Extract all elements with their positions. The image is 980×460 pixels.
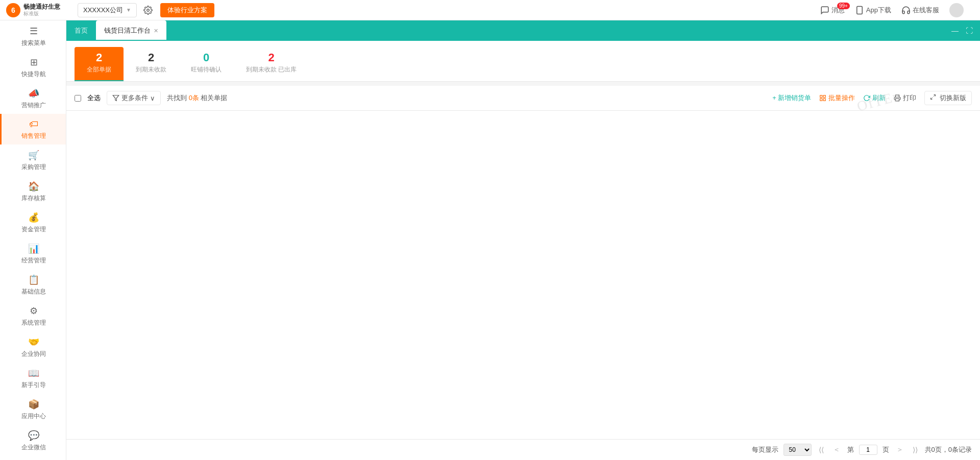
operations-icon: 📊 — [28, 243, 39, 254]
inventory-icon: 🏠 — [28, 181, 39, 192]
main-content: 首页 钱货日清工作台 ✕ — ⛶ 2 全部单据 2 到期未收款 — [66, 20, 980, 460]
experience-button[interactable]: 体验行业方案 — [160, 3, 214, 17]
chevron-down-icon: ▼ — [126, 7, 131, 13]
sidebar-label-guide: 新手引导 — [21, 381, 46, 390]
tab-minimize-icon[interactable]: — — [949, 25, 961, 37]
next-page-button[interactable]: ＞ — [894, 444, 905, 455]
stat-tab-pending[interactable]: 0 旺铺待确认 — [179, 47, 234, 81]
app-download-button[interactable]: App下载 — [855, 6, 891, 15]
last-page-button[interactable]: ⟩⟩ — [911, 445, 920, 455]
sidebar-item-marketing[interactable]: 📣 营销推广 — [0, 83, 66, 114]
new-sales-label: + 新增销货单 — [772, 93, 811, 103]
page-input[interactable] — [859, 445, 877, 455]
stat-tab-all[interactable]: 2 全部单据 — [75, 47, 124, 81]
svg-rect-4 — [820, 95, 822, 98]
sidebar-item-member[interactable]: V 畅会员 — [0, 456, 66, 460]
batch-ops-icon — [819, 94, 826, 102]
select-all-label: 全选 — [87, 93, 101, 103]
stat-label-pending: 旺铺待确认 — [191, 65, 222, 74]
tab-maximize-icon[interactable]: ⛶ — [964, 25, 975, 37]
sidebar-label-basics: 基础信息 — [21, 287, 46, 296]
svg-rect-7 — [820, 99, 822, 101]
select-all-checkbox[interactable] — [75, 95, 81, 102]
stat-tab-overdue[interactable]: 2 到期未收款 — [124, 47, 179, 81]
stat-num-all: 2 — [87, 51, 111, 64]
filter-button[interactable]: 更多条件 ∨ — [107, 91, 161, 105]
sidebar-item-sales[interactable]: 🏷 销售管理 — [0, 114, 66, 144]
first-page-button[interactable]: ⟨⟨ — [817, 445, 826, 455]
logo-main: 畅捷通好生意 — [23, 3, 60, 10]
message-button[interactable]: 消息 99+ — [820, 6, 845, 15]
found-text: 共找到 0条 相关单据 — [167, 93, 227, 103]
online-service-button[interactable]: 在线客服 — [901, 6, 939, 15]
logo-icon: 6 — [6, 3, 20, 17]
total-records: 共0页，0条记录 — [925, 445, 972, 454]
sidebar-item-inventory[interactable]: 🏠 库存核算 — [0, 176, 66, 207]
prev-page-button[interactable]: ＜ — [831, 444, 842, 455]
content-area — [66, 111, 980, 439]
logo-area: 6 畅捷通好生意 标准版 — [6, 3, 72, 17]
tab-worktable[interactable]: 钱货日清工作台 ✕ — [96, 20, 166, 41]
refresh-icon — [863, 94, 870, 102]
marketing-icon: 📣 — [28, 88, 39, 99]
cooperation-icon: 🤝 — [28, 336, 39, 348]
tab-bar-right: — ⛶ — [949, 25, 980, 37]
sidebar-label-system: 系统管理 — [21, 319, 46, 327]
company-name: XXXXXX公司 — [83, 6, 123, 15]
logo-sub: 标准版 — [23, 11, 60, 17]
sidebar-label-search: 搜索菜单 — [21, 39, 46, 47]
tab-home-label: 首页 — [75, 26, 88, 35]
page-suffix: 页 — [883, 445, 889, 454]
per-page-select[interactable]: 50 100 200 — [783, 444, 812, 456]
tab-home[interactable]: 首页 — [66, 20, 96, 41]
print-icon — [894, 94, 901, 102]
sidebar-item-wechat[interactable]: 💬 企业微信 — [0, 425, 66, 456]
company-selector[interactable]: XXXXXX公司 ▼ — [78, 3, 137, 17]
sidebar-item-system[interactable]: ⚙ 系统管理 — [0, 300, 66, 331]
refresh-label: 刷新 — [872, 93, 886, 103]
sidebar-item-guide[interactable]: 📖 新手引导 — [0, 362, 66, 394]
sidebar-label-finance: 资金管理 — [21, 225, 46, 234]
purchase-icon: 🛒 — [28, 150, 39, 161]
stat-num-pending: 0 — [191, 51, 222, 64]
settings-button[interactable] — [141, 3, 155, 17]
page-content: 2 全部单据 2 到期未收款 0 旺铺待确认 2 到期未收款 已出库 — [66, 41, 980, 460]
wechat-icon: 💬 — [28, 430, 39, 441]
print-label: 打印 — [903, 93, 916, 103]
switch-version-button[interactable]: 切换新版 — [924, 91, 972, 105]
tab-bar: 首页 钱货日清工作台 ✕ — ⛶ — [66, 20, 980, 41]
sidebar-label-wechat: 企业微信 — [21, 443, 46, 452]
sidebar-label-cooperation: 企业协同 — [21, 350, 46, 358]
sidebar-item-cooperation[interactable]: 🤝 企业协同 — [0, 331, 66, 362]
batch-ops-button[interactable]: 批量操作 — [819, 93, 855, 103]
stat-label-all: 全部单据 — [87, 65, 111, 74]
sidebar-item-quicknav[interactable]: ⊞ 快捷导航 — [0, 52, 66, 83]
system-icon: ⚙ — [30, 305, 38, 317]
sales-icon: 🏷 — [29, 119, 38, 130]
found-suffix: 相关单据 — [201, 94, 227, 102]
stat-tab-shipped[interactable]: 2 到期未收款 已出库 — [234, 47, 309, 81]
filter-icon — [112, 94, 119, 102]
finance-icon: 💰 — [28, 212, 39, 223]
new-sales-button[interactable]: + 新增销货单 — [772, 93, 811, 103]
avatar[interactable] — [949, 3, 964, 17]
refresh-button[interactable]: 刷新 — [863, 93, 886, 103]
sidebar: ☰ 搜索菜单 ⊞ 快捷导航 📣 营销推广 🏷 销售管理 🛒 采购管理 🏠 库存核… — [0, 20, 66, 460]
svg-point-0 — [147, 9, 150, 11]
found-prefix: 共找到 — [167, 94, 187, 102]
sidebar-item-finance[interactable]: 💰 资金管理 — [0, 207, 66, 238]
stats-tabs: 2 全部单据 2 到期未收款 0 旺铺待确认 2 到期未收款 已出库 — [66, 41, 980, 82]
tab-close-icon[interactable]: ✕ — [154, 28, 158, 34]
switch-label: 切换新版 — [940, 94, 966, 102]
sidebar-item-basics[interactable]: 📋 基础信息 — [0, 269, 66, 300]
sidebar-item-appstore[interactable]: 📦 应用中心 — [0, 394, 66, 425]
svg-line-9 — [934, 95, 936, 97]
sidebar-item-search[interactable]: ☰ 搜索菜单 — [0, 20, 66, 52]
sidebar-label-purchase: 采购管理 — [21, 163, 46, 172]
page-label: 第 — [847, 445, 854, 454]
sidebar-item-operations[interactable]: 📊 经营管理 — [0, 238, 66, 269]
message-badge: 99+ — [837, 3, 850, 9]
sidebar-item-purchase[interactable]: 🛒 采购管理 — [0, 144, 66, 176]
search-menu-icon: ☰ — [30, 26, 38, 37]
print-button[interactable]: 打印 — [894, 93, 916, 103]
